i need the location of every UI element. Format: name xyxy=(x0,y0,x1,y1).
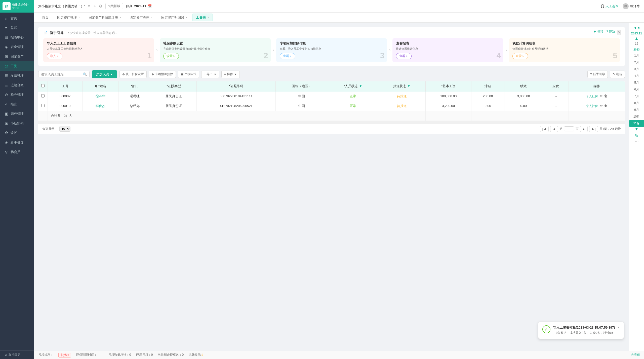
cal-up-arrow[interactable]: ▲ xyxy=(635,36,639,41)
row2-delete-icon[interactable]: 🗑 xyxy=(604,104,608,108)
cal-month-4[interactable]: 4月 xyxy=(629,73,644,79)
sidebar-item-expense[interactable]: ◉ 小畅报销 xyxy=(0,119,34,128)
guide-step1-btn[interactable]: 导入＞ xyxy=(47,53,62,59)
cal-month-12[interactable]: 12 xyxy=(629,41,644,47)
tab-depreciation[interactable]: 固定资产折旧统计表 × xyxy=(85,14,125,21)
filter-icon[interactable]: ▼ xyxy=(359,84,362,88)
search-icon[interactable]: 🔍 xyxy=(83,72,87,76)
tab-salary[interactable]: 工资表 × xyxy=(192,14,213,21)
cal-month-10[interactable]: 10月 xyxy=(629,113,644,120)
invoice-icon: ▦ xyxy=(4,73,9,78)
sidebar-toggle-pin[interactable]: ◄ 取消固定 xyxy=(0,350,34,359)
sidebar-item-guide[interactable]: ◈ 新手引导 xyxy=(0,138,34,147)
toast-close-button[interactable]: × xyxy=(618,325,620,329)
sidebar-item-archive[interactable]: ▣ 归档管理 xyxy=(0,109,34,119)
cal-month-1[interactable]: 1月 xyxy=(629,52,644,59)
sidebar-item-member[interactable]: V 畅会员 xyxy=(0,147,34,157)
account-selector[interactable]: 刘小艳演示账套（勿删勿动！）1 ▼ xyxy=(38,4,91,9)
refresh-button[interactable]: ↻ 刷新 xyxy=(610,71,625,78)
filter-send-icon[interactable]: ▼ xyxy=(407,84,411,88)
cal-month-11[interactable]: 11月 xyxy=(629,120,644,127)
row1-name-link[interactable]: 徐泽华 xyxy=(96,94,105,98)
add-employee-button[interactable]: 添加人员 ▼ xyxy=(92,70,117,78)
cal-month-5[interactable]: 5月 xyxy=(629,79,644,86)
video-link[interactable]: ▶ 视频 xyxy=(593,30,603,34)
cal-down-arrow[interactable]: ▼ xyxy=(635,127,639,131)
warning-icon[interactable]: ℹ xyxy=(202,353,203,356)
tab-close-fixed-assets[interactable]: × xyxy=(78,16,80,19)
row2-social-ins-btn[interactable]: 个人社保 xyxy=(586,104,598,108)
beginner-guide-button[interactable]: ? 新手引导 xyxy=(587,71,608,78)
row2-edit-icon[interactable]: ✏ xyxy=(600,104,603,108)
tab-home[interactable]: 首页 xyxy=(38,14,52,21)
tab-close-asset-detail[interactable]: × xyxy=(186,16,187,19)
sidebar-item-tax[interactable]: ⊙ 税务管理 xyxy=(0,90,34,99)
add-account-button[interactable]: + xyxy=(94,4,96,9)
horizontal-scrollbar[interactable] xyxy=(38,121,625,124)
row1-edit-icon[interactable]: ✏ xyxy=(600,94,603,98)
row1-select[interactable] xyxy=(41,94,45,97)
ai-service-button[interactable]: 🎧 人工咨询 xyxy=(600,4,619,9)
go-charge-button[interactable]: 去充值 xyxy=(631,353,640,357)
prev-page-button[interactable]: ◄ xyxy=(550,126,558,132)
tab-close-salary[interactable]: × xyxy=(207,16,209,19)
sidebar-item-assets[interactable]: ⊞ 固定资产 xyxy=(0,52,34,61)
guide-step4-btn[interactable]: 查看＞ xyxy=(396,53,412,59)
cal-month-9[interactable]: 9月 xyxy=(629,107,644,113)
special-deduction-button[interactable]: ⊕ 专项附加扣除 xyxy=(149,71,176,78)
sidebar-item-invoice[interactable]: ▦ 发票管理 xyxy=(0,71,34,80)
settings-account-button[interactable]: ⚙ xyxy=(99,4,102,9)
next-page-button[interactable]: ► xyxy=(580,126,588,132)
cal-refresh-icon[interactable]: ↻ xyxy=(635,133,639,138)
tab-fixed-assets[interactable]: 固定资产管理 × xyxy=(53,14,84,21)
tab-close-depreciation[interactable]: × xyxy=(119,16,121,19)
cal-month-6[interactable]: 6月 xyxy=(629,86,644,93)
calendar-icon[interactable]: 📅 xyxy=(148,4,152,8)
guide-arrow-3: › xyxy=(387,47,392,53)
export-button[interactable]: ↑ 导出 ▼ xyxy=(201,71,219,78)
row2-select[interactable] xyxy=(41,104,45,107)
sidebar-item-reports[interactable]: ▤ 报表中心 xyxy=(0,33,34,42)
row2-name-link[interactable]: 李俊杰 xyxy=(96,104,105,108)
last-page-button[interactable]: ►| xyxy=(589,126,598,132)
guide-step3-btn[interactable]: 查看＞ xyxy=(280,53,295,59)
per-page-select[interactable]: 10 20 50 xyxy=(59,126,70,132)
cal-month-3[interactable]: 3月 xyxy=(629,66,644,73)
first-page-button[interactable]: |◄ xyxy=(540,126,548,132)
user-menu[interactable]: 徐 徐泽华 xyxy=(623,3,640,9)
logo-text: 畅捷通好会计 专业版 xyxy=(12,3,29,10)
sort-icon[interactable]: ⇅ xyxy=(95,84,97,88)
sidebar-item-close[interactable]: ✓ 结账 xyxy=(0,99,34,109)
version-switch-button[interactable]: 切到旧版 xyxy=(105,3,123,9)
guide-step2-btn[interactable]: 设置＞ xyxy=(163,53,179,59)
reports-icon: ▤ xyxy=(4,35,9,40)
tax-declaration-button[interactable]: ▣ 个税申报 xyxy=(178,71,199,78)
cal-dots-icon[interactable]: ⋯ xyxy=(635,139,639,144)
row1-delete-icon[interactable]: 🗑 xyxy=(604,94,608,98)
sidebar-item-settings[interactable]: ⚙ 设置 xyxy=(0,128,34,138)
operations-button[interactable]: ≡ 操作 ▼ xyxy=(221,71,240,78)
panel-collapse-icon[interactable]: ◄◄ xyxy=(632,25,641,31)
social-security-button[interactable]: ⊙ 统一社保设置 xyxy=(119,71,147,78)
tab-asset-category[interactable]: 固定资产类别 × xyxy=(126,14,156,21)
tab-close-asset-category[interactable]: × xyxy=(151,16,153,19)
cal-month-8[interactable]: 8月 xyxy=(629,100,644,107)
sidebar-item-trade[interactable]: ≣ 进销台账 xyxy=(0,80,34,90)
page-number-input[interactable]: 1 xyxy=(564,126,574,131)
search-input[interactable] xyxy=(41,72,81,76)
tab-asset-detail[interactable]: 固定资产明细账 × xyxy=(157,14,191,21)
guide-step5-btn[interactable]: 查看＞ xyxy=(512,53,528,59)
finance-icon: ◈ xyxy=(4,45,9,49)
help-link[interactable]: ? 帮助 xyxy=(606,30,615,34)
select-all-checkbox[interactable] xyxy=(41,84,45,87)
sidebar-item-home[interactable]: ⌂ 首页 xyxy=(0,14,34,23)
sidebar-item-finance[interactable]: ◈ 资金管理 xyxy=(0,42,34,52)
guide-close-button[interactable]: × xyxy=(618,30,621,35)
account-dropdown-icon[interactable]: ▼ xyxy=(87,4,91,8)
avatar: 徐 xyxy=(623,3,629,9)
cal-month-7[interactable]: 7月 xyxy=(629,93,644,100)
row1-social-ins-btn[interactable]: 个人社保 xyxy=(586,94,598,98)
cal-month-2[interactable]: 2月 xyxy=(629,59,644,66)
sidebar-item-ledger[interactable]: ≡ 总账 xyxy=(0,23,34,33)
sidebar-item-salary[interactable]: ◎ 工资 xyxy=(0,61,34,71)
